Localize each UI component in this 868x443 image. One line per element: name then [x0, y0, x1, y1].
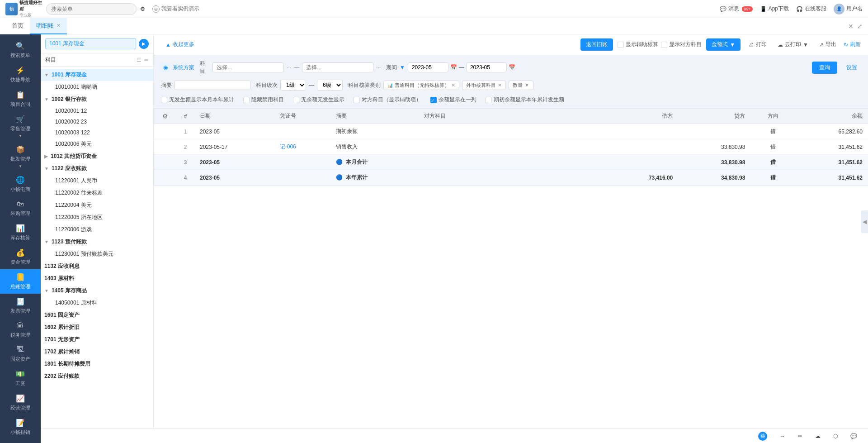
bottom-lang-button[interactable]: 英: [755, 431, 771, 442]
back-to-old-button[interactable]: 退回旧账: [580, 38, 613, 51]
tab-bar-close-icon[interactable]: ✕: [848, 23, 854, 30]
app-download-button[interactable]: 📱 App下载: [760, 5, 789, 13]
date-to-input[interactable]: [466, 62, 507, 72]
tree-item-1001[interactable]: ▼ 1001 库存现金: [41, 69, 153, 81]
show-counter-checkbox[interactable]: 显示对方科目: [661, 41, 702, 48]
tree-item-1601[interactable]: 1601 固定资产: [41, 309, 153, 321]
sidebar-item-ledger[interactable]: 📒 总账管理: [0, 269, 41, 294]
period-type-selector[interactable]: ▼: [400, 64, 405, 71]
cb-no-amount[interactable]: 无发生额显示本月本年累计: [161, 96, 234, 104]
tree-item-10020003[interactable]: 10020003 122: [41, 127, 153, 138]
tree-item-1012[interactable]: ▶ 1012 其他货币资金: [41, 150, 153, 162]
sidebar-item-quicknav[interactable]: ⚡ 快捷导航: [0, 62, 41, 87]
date-calendar-icon2[interactable]: 📅: [509, 64, 515, 71]
summary-filter-input[interactable]: [175, 80, 250, 90]
cb-no-balance[interactable]: 无余额无发生显示: [293, 96, 344, 104]
level-to-select[interactable]: 6级: [317, 80, 343, 91]
tree-item-1801[interactable]: 1801 长期待摊费用: [41, 358, 153, 370]
tree-item-1701[interactable]: 1701 无形资产: [41, 333, 153, 346]
message-button[interactable]: 💬 消息 99+: [720, 5, 752, 13]
row2-voucher[interactable]: 记-006: [274, 139, 330, 155]
tree-item-1702[interactable]: 1702 累计摊销: [41, 346, 153, 358]
tree-item-2202[interactable]: 2202 应付账款: [41, 370, 153, 382]
bottom-icon1[interactable]: →: [776, 432, 789, 440]
sidebar-item-management[interactable]: 📈 经营管理: [0, 391, 41, 415]
scheme-label[interactable]: 系统方案: [173, 64, 194, 71]
bottom-icon4[interactable]: ⬡: [830, 432, 841, 440]
tree-item-1405[interactable]: ▼ 1405 库存商品: [41, 285, 153, 297]
right-collapse-button[interactable]: ◀: [861, 210, 868, 233]
list-icon[interactable]: ☰: [137, 57, 142, 63]
col-settings-header[interactable]: ⚙: [154, 109, 176, 124]
table-gear-icon[interactable]: ⚙: [162, 113, 168, 120]
export-button[interactable]: ↗ 导出: [816, 39, 840, 50]
scheme-icon[interactable]: ◉: [161, 63, 170, 72]
voucher-link[interactable]: 记-006: [280, 143, 296, 150]
tree-item-1123[interactable]: ▼ 1123 预付账款: [41, 236, 153, 248]
tab-home[interactable]: 首页: [5, 18, 30, 34]
tree-item-1132[interactable]: 1132 应收利息: [41, 260, 153, 272]
sidebar-item-salary[interactable]: 💵 工资: [0, 366, 41, 391]
sidebar-item-purchase[interactable]: 🛍 采购管理: [0, 196, 41, 220]
sidebar-item-retail[interactable]: 🛒 零售管理 ▼: [0, 111, 41, 142]
date-calendar-icon[interactable]: 📅: [450, 64, 457, 71]
user-avatar[interactable]: 👤 用户名: [834, 4, 863, 14]
subject-selector[interactable]: 1001 库存现金: [45, 38, 136, 49]
tree-item-10020006[interactable]: 10020006 美元: [41, 138, 153, 150]
tab-ledger[interactable]: 明细账 ✕: [30, 18, 67, 34]
tree-item-11220001[interactable]: 11220001 人民币: [41, 175, 153, 187]
show-aux-checkbox[interactable]: 显示辅助核算: [618, 41, 658, 48]
print-button[interactable]: 🖨 打印: [745, 39, 770, 50]
cb-hide-disabled[interactable]: 隐藏禁用科目: [243, 96, 284, 104]
tree-item-11220005[interactable]: 11220005 所在地区: [41, 211, 153, 224]
sidebar-item-assets[interactable]: 🏗 固定资产: [0, 342, 41, 366]
sidebar-item-basic-info[interactable]: ℹ 基础信息: [0, 439, 41, 443]
tree-item-1403[interactable]: 1403 原材料: [41, 272, 153, 285]
tree-item-10010001[interactable]: 10010001 哟哟哟: [41, 81, 153, 93]
date-from-input[interactable]: [408, 62, 448, 72]
sidebar-item-finance[interactable]: 💰 资金管理: [0, 245, 41, 269]
search-input[interactable]: [46, 3, 137, 15]
tree-item-11220004[interactable]: 11220004 美元: [41, 199, 153, 211]
expand-more-button[interactable]: ▲ 收起更多: [161, 38, 199, 51]
sidebar-item-ecommerce[interactable]: 🌐 小畅电商: [0, 172, 41, 196]
demo-button[interactable]: ◎ 我要看实例演示: [152, 5, 199, 13]
format-button[interactable]: 金额式 ▼: [706, 38, 741, 51]
settings-row-button[interactable]: 设置: [843, 62, 861, 73]
sidebar-item-invoice[interactable]: 🧾 发票管理: [0, 294, 41, 318]
tree-item-11230001[interactable]: 11230001 预付账款美元: [41, 248, 153, 260]
tree-item-10020002[interactable]: 10020002 23: [41, 116, 153, 127]
refresh-button[interactable]: ↻ 刷新: [844, 41, 861, 48]
sidebar-item-inventory[interactable]: 📊 库存核算: [0, 220, 41, 245]
level-from-select[interactable]: 1级: [280, 80, 306, 91]
tab-bar-expand-icon[interactable]: ⤢: [857, 23, 863, 30]
cloud-print-button[interactable]: ☁ 云打印 ▼: [774, 39, 812, 50]
edit-icon[interactable]: ✏: [144, 57, 149, 63]
tree-item-11220006[interactable]: 11220006 游戏: [41, 224, 153, 236]
cb-counter-subject[interactable]: 对方科目（显示辅助项）: [354, 96, 421, 104]
tree-item-10020001[interactable]: 10020001 12: [41, 105, 153, 116]
cb-balance-one-col[interactable]: ✓ 余额显示在一列: [430, 96, 476, 104]
tag-normal-subject-close[interactable]: ✕: [451, 82, 455, 88]
sidebar-item-project[interactable]: 📋 项目合同: [0, 87, 41, 111]
bottom-icon3[interactable]: ☁: [811, 432, 824, 440]
tag-quantity-arrow[interactable]: ▼: [524, 82, 529, 88]
online-service-button[interactable]: 🎧 在线客服: [796, 5, 826, 13]
tab-close-icon[interactable]: ✕: [57, 23, 61, 29]
tree-item-1002[interactable]: ▼ 1002 银行存款: [41, 93, 153, 105]
sidebar-item-search[interactable]: 🔍 搜索菜单: [0, 38, 41, 62]
cb-opening-cumulative[interactable]: 期初余额显示本年累计发生额: [486, 96, 564, 104]
subject-filter-input[interactable]: [212, 62, 284, 72]
tree-item-1602[interactable]: 1602 累计折旧: [41, 321, 153, 333]
tag-foreign-subject-close[interactable]: ✕: [498, 82, 502, 88]
subject-filter-input2[interactable]: [302, 62, 373, 72]
tree-item-11220002[interactable]: 11220002 往来标差: [41, 187, 153, 199]
bottom-icon2[interactable]: ✏: [794, 432, 806, 440]
sidebar-item-wholesale[interactable]: 📦 批发管理 ▼: [0, 142, 41, 172]
sidebar-item-tax[interactable]: 🏛 税务管理: [0, 318, 41, 342]
bottom-icon5[interactable]: 💬: [847, 432, 861, 440]
tree-item-14050001[interactable]: 14050001 原材料: [41, 297, 153, 309]
subject-arrow-button[interactable]: ▶: [139, 39, 149, 49]
query-button[interactable]: 查询: [812, 62, 837, 74]
tree-item-1122[interactable]: ▼ 1122 应收账款: [41, 162, 153, 175]
